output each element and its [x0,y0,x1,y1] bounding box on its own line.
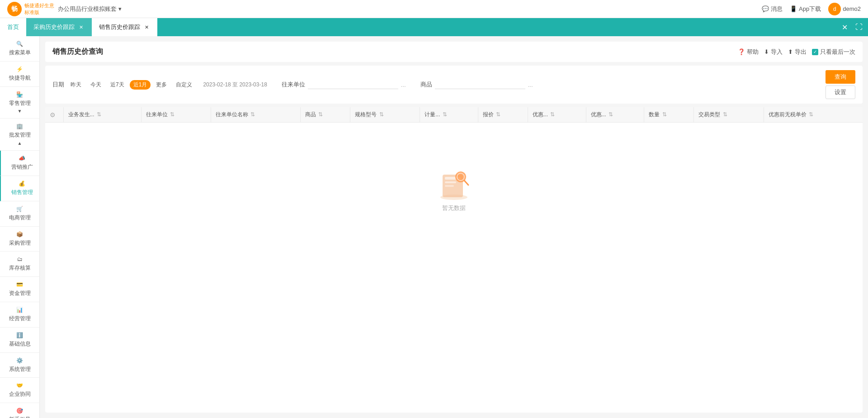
sidebar-item-quick-nav[interactable]: ⚡ 快捷导航 [0,62,39,87]
filter-bar: 日期 昨天 今天 近7天 近1月 更多 自定义 2023-02-18 至 202… [45,66,863,104]
empty-text: 暂无数据 [442,204,466,212]
th-quote-price[interactable]: 报价 ⇅ [478,107,528,123]
sort-icon: ⇅ [723,111,727,118]
sidebar-item-wholesale-mgmt[interactable]: 🏢 批发管理 ▲ [0,119,39,151]
retail-icon: 🏪 [16,91,23,98]
th-quantity[interactable]: 数量 ⇅ [644,107,694,123]
help-button[interactable]: ❓ 帮助 [738,48,759,56]
search-icon: 🔍 [16,41,23,47]
th-product[interactable]: 商品 ⇅ [300,107,350,123]
sort-icon: ⇅ [443,111,447,118]
sidebar-item-enterprise-collab[interactable]: 🤝 企业协同 [0,378,39,403]
top-bar-right: 💬 消息 📱 App下载 d demo2 [762,3,861,15]
only-last-checkbox-label[interactable]: ✓ 只看最后一次 [812,48,855,56]
close-sales-tab-icon[interactable]: ✕ [143,24,150,31]
logo-area: 畅 畅捷通好生意 标准版 [7,2,54,16]
system-icon: ⚙️ [16,357,23,364]
nav-icon: ⚡ [16,66,23,72]
message-icon: 💬 [762,5,769,12]
guide-icon: 🎯 [16,408,23,414]
sidebar-item-inventory-calc[interactable]: 🗂 库存核算 [0,252,39,277]
date-pill-last7days[interactable]: 近7天 [107,80,128,90]
tab-purchase-history[interactable]: 采购历史价跟踪 ✕ [26,18,92,36]
sort-icon: ⇅ [496,111,500,118]
sidebar-item-basic-info[interactable]: ℹ️ 基础信息 [0,328,39,353]
partner-picker-icon[interactable]: ... [401,81,406,88]
empty-illustration [431,159,476,204]
sidebar-item-sales-promo[interactable]: 📣 营销推广 [0,151,39,176]
app-download-button[interactable]: 📱 App下载 [790,5,821,13]
logo-icon: 畅 [7,2,22,16]
sort-icon: ⇅ [379,111,384,118]
workspace-selector[interactable]: 办公用品行业模拟账套 ▾ [58,5,122,13]
settings-gear-icon[interactable]: ⚙ [50,111,56,119]
chevron-down-icon: ▼ [18,109,22,114]
date-pill-last1month[interactable]: 近1月 [130,80,151,90]
partner-input[interactable] [308,80,398,89]
inventory-icon: 🗂 [17,256,23,262]
sidebar-item-new-guide[interactable]: 🎯 新手引导 [0,403,39,418]
sort-icon: ⇅ [662,111,667,118]
sidebar-item-purchase-mgmt[interactable]: 📦 采购管理 [0,227,39,252]
avatar: d [828,3,841,15]
close-all-tabs-button[interactable]: ✕ [839,22,850,33]
th-biz-date[interactable]: 业务发生... ⇅ [63,107,141,123]
sort-icon: ⇅ [170,111,175,118]
tab-bar-actions: ✕ ⛶ [839,22,868,33]
phone-icon: 📱 [790,5,797,12]
import-button[interactable]: ⬇ 导入 [764,48,783,56]
top-bar: 畅 畅捷通好生意 标准版 办公用品行业模拟账套 ▾ 💬 消息 📱 App下载 d… [0,0,868,18]
maximize-button[interactable]: ⛶ [854,22,864,33]
page-title: 销售历史价查询 [52,47,103,57]
top-bar-left: 畅 畅捷通好生意 标准版 办公用品行业模拟账套 ▾ [7,2,122,16]
th-partner-name[interactable]: 往来单位名称 ⇅ [211,107,300,123]
user-profile[interactable]: d demo2 [828,3,861,15]
sidebar-item-finance-mgmt[interactable]: 💳 资金管理 [0,277,39,302]
date-range-display: 2023-02-18 至 2023-03-18 [203,81,267,89]
table-body: 暂无数据 [45,123,863,249]
sort-icon: ⇅ [550,111,555,118]
logo-text: 畅捷通好生意 标准版 [24,2,54,15]
date-pill-custom[interactable]: 自定义 [172,80,196,90]
chevron-down-icon: ▾ [118,5,122,12]
date-pill-today[interactable]: 今天 [87,80,105,90]
th-pretax-price[interactable]: 优惠前无税单价 ⇅ [764,107,863,123]
main-layout: 🔍 搜索菜单 ⚡ 快捷导航 🏪 零售管理 ▼ 🏢 批发管理 ▲ 📣 营销推广 💰… [0,36,868,418]
export-button[interactable]: ⬆ 导出 [788,48,807,56]
sidebar-item-operations-mgmt[interactable]: 📊 经营管理 [0,302,39,328]
wholesale-icon: 🏢 [16,123,23,129]
sidebar-item-system-mgmt[interactable]: ⚙️ 系统管理 [0,353,39,378]
th-unit[interactable]: 计量... ⇅ [420,107,478,123]
th-discount2[interactable]: 优惠... ⇅ [586,107,644,123]
empty-state: 暂无数据 [45,123,863,248]
filter-settings-button[interactable]: 设置 [826,86,855,99]
sidebar-item-ecommerce-mgmt[interactable]: 🛒 电商管理 [0,201,39,227]
th-settings[interactable]: ⚙ [45,107,63,123]
sort-icon: ⇅ [318,111,323,118]
help-icon: ❓ [738,48,745,55]
sidebar-item-retail-mgmt[interactable]: 🏪 零售管理 ▼ [0,87,39,119]
tab-home[interactable]: 首页 [0,18,26,36]
sort-icon: ⇅ [250,111,255,118]
th-spec[interactable]: 规格型号 ⇅ [350,107,420,123]
query-button[interactable]: 查询 [826,70,855,84]
message-button[interactable]: 💬 消息 [762,5,783,13]
sidebar-item-sales-mgmt[interactable]: 💰 销售管理 [0,176,39,201]
page-header: 销售历史价查询 ❓ 帮助 ⬇ 导入 ⬆ 导出 ✓ 只看最后一次 [45,42,863,62]
sidebar: 🔍 搜索菜单 ⚡ 快捷导航 🏪 零售管理 ▼ 🏢 批发管理 ▲ 📣 营销推广 💰… [0,36,40,418]
date-filter: 日期 昨天 今天 近7天 近1月 更多 自定义 [52,80,196,90]
th-partner-code[interactable]: 往来单位 ⇅ [141,107,211,123]
th-trade-type[interactable]: 交易类型 ⇅ [694,107,764,123]
product-input[interactable] [435,80,525,89]
table-header: ⚙ 业务发生... ⇅ 往来单位 ⇅ 往来单位名称 ⇅ [45,107,863,123]
sidebar-item-search-menu[interactable]: 🔍 搜索菜单 [0,36,39,62]
product-picker-icon[interactable]: ... [528,81,533,88]
date-pill-yesterday[interactable]: 昨天 [67,80,85,90]
sales-icon: 💰 [19,180,25,187]
close-purchase-tab-icon[interactable]: ✕ [77,24,85,31]
date-pill-more[interactable]: 更多 [152,80,170,90]
th-discount1[interactable]: 优惠... ⇅ [528,107,586,123]
only-last-checkbox[interactable]: ✓ [812,49,818,55]
data-table: ⚙ 业务发生... ⇅ 往来单位 ⇅ 往来单位名称 ⇅ [45,107,863,248]
tab-sales-history[interactable]: 销售历史价跟踪 ✕ [92,18,157,36]
